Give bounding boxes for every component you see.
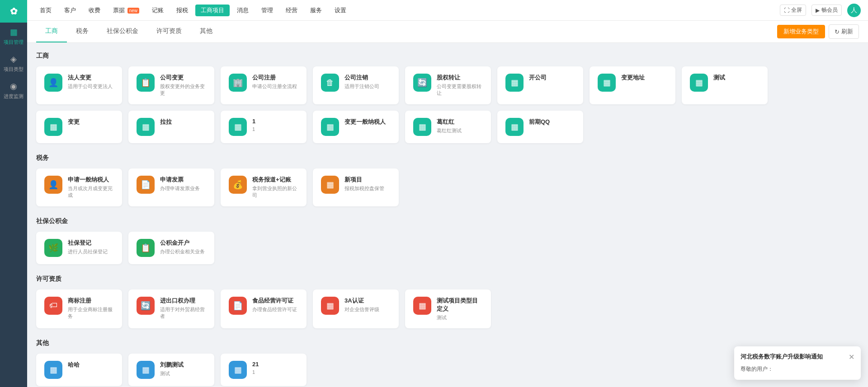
nav-tax[interactable]: 报税 — [171, 5, 193, 16]
card-preqq[interactable]: ▦ 前期QQ — [497, 111, 583, 143]
card-mohonghong[interactable]: ▦ 葛红红 葛红红测试 — [405, 111, 491, 143]
sidebar-item-progress[interactable]: ◉ 进度监测 — [0, 77, 27, 104]
card-name-liupengtest: 刘鹏测试 — [160, 361, 184, 369]
section-title-industrial: 工商 — [36, 52, 859, 60]
nav-bookkeeping[interactable]: 记账 — [146, 5, 169, 16]
card-haha[interactable]: ▦ 哈哈 — [36, 354, 122, 386]
card-icon-haha: ▦ — [44, 361, 62, 379]
card-desc-num21: 1 — [252, 369, 259, 376]
nav-settings[interactable]: 设置 — [329, 5, 352, 16]
card-desc-3a-cert: 对企业信誉评级 — [344, 306, 379, 313]
tab-other[interactable]: 其他 — [191, 21, 222, 42]
social-cards: 🌿 社保登记 进行人员社保登记 📋 公积金开户 办理公积金相关业务 — [36, 232, 859, 264]
nav-billing[interactable]: 收费 — [83, 5, 106, 16]
card-test-type[interactable]: ▦ 测试项目类型目定义 测试 — [405, 289, 491, 328]
sidebar-logo[interactable]: ✿ — [0, 0, 27, 23]
card-import-export[interactable]: 🔄 进出口权办理 适用于对外贸易经营者 — [128, 289, 214, 328]
sidebar-item-label: 项目类型 — [4, 66, 24, 73]
card-name-lala: 拉拉 — [160, 118, 172, 126]
card-food-license[interactable]: 📄 食品经营许可证 办理食品经营许可证 — [221, 289, 307, 328]
tab-industrial[interactable]: 工商 — [36, 21, 67, 42]
card-change-general[interactable]: ▦ 变更一般纳税人 — [313, 111, 399, 143]
card-icon-fund-account: 📋 — [137, 239, 155, 257]
card-desc-liupengtest: 测试 — [160, 370, 184, 377]
card-desc-import-export: 适用于对外贸易经营者 — [160, 306, 206, 320]
nav-industrial[interactable]: 工商项目 — [195, 5, 230, 16]
card-name-change-general: 变更一般纳税人 — [344, 118, 386, 126]
card-desc-new-project: 报税加税控盘保管 — [344, 185, 384, 192]
topnav: 首页 客户 收费 票据 new 记账 报税 工商项目 消息 管理 经营 服务 设… — [27, 0, 868, 21]
card-desc-num1: 1 — [252, 126, 255, 133]
card-lala[interactable]: ▦ 拉拉 — [128, 111, 214, 143]
card-social-register[interactable]: 🌿 社保登记 进行人员社保登记 — [36, 232, 122, 264]
card-name-legal-change: 法人变更 — [68, 74, 113, 82]
card-name-change-address: 变更地址 — [621, 74, 645, 82]
new-type-button[interactable]: 新增业务类型 — [777, 25, 825, 38]
section-title-other: 其他 — [36, 339, 859, 347]
nav-message[interactable]: 消息 — [231, 5, 254, 16]
nav-customer[interactable]: 客户 — [59, 5, 81, 16]
card-company-register[interactable]: 🏢 公司注册 申请公司注册全流程 — [221, 66, 307, 104]
card-icon-3a-cert: ▦ — [321, 297, 339, 315]
notif-body: 尊敬的用户： — [741, 365, 854, 373]
tab-social[interactable]: 社保公积金 — [98, 21, 147, 42]
card-equity-transfer[interactable]: 🔄 股权转让 公司变更需要股权转让 — [405, 66, 491, 104]
card-icon-equity-transfer: 🔄 — [413, 74, 431, 92]
notif-close-button[interactable]: ✕ — [849, 353, 854, 361]
refresh-button[interactable]: ↻ 刷新 — [829, 24, 859, 39]
sub-tabs: 工商 税务 社保公积金 许可资质 其他 新增业务类型 ↻ 刷新 — [27, 21, 868, 43]
nav-ticket[interactable]: 票据 new — [108, 5, 145, 16]
card-icon-legal-change: 👤 — [44, 74, 62, 92]
card-icon-change-address: ▦ — [598, 74, 616, 92]
card-icon-new-project: ▦ — [321, 176, 339, 194]
card-apply-general[interactable]: 👤 申请一般纳税人 当月或次月成变更完成 — [36, 168, 122, 206]
card-name-social-register: 社保登记 — [68, 239, 108, 247]
card-desc-test-type: 测试 — [437, 314, 483, 321]
card-tax-report[interactable]: 💰 税务报道+记账 拿到营业执照的新公司 — [221, 168, 307, 206]
card-icon-social-register: 🌿 — [44, 239, 62, 257]
card-num1[interactable]: ▦ 1 1 — [221, 111, 307, 143]
card-company-change[interactable]: 📋 公司变更 股权变更外的业务变更 — [128, 66, 214, 104]
section-title-tax: 税务 — [36, 154, 859, 162]
card-change2[interactable]: ▦ 变更 — [36, 111, 122, 143]
nav-operation[interactable]: 经营 — [280, 5, 303, 16]
card-desc-food-license: 办理食品经营许可证 — [252, 306, 297, 313]
member-btn[interactable]: ▶ 畅会员 — [811, 5, 842, 16]
card-change-address[interactable]: ▦ 变更地址 — [590, 66, 675, 104]
nav-service[interactable]: 服务 — [305, 5, 327, 16]
card-icon-tax-report: 💰 — [229, 176, 247, 194]
card-icon-mohonghong: ▦ — [413, 118, 431, 136]
card-icon-open-company: ▦ — [505, 74, 524, 92]
sidebar-item-project-type[interactable]: ◈ 项目类型 — [0, 50, 27, 77]
card-desc-company-cancel: 适用于注销公司 — [344, 83, 379, 90]
card-trademark[interactable]: 🏷 商标注册 用于企业商标注册服务 — [36, 289, 122, 328]
card-name-equity-transfer: 股权转让 — [437, 74, 483, 82]
card-icon-company-change: 📋 — [137, 74, 155, 92]
card-open-company[interactable]: ▦ 开公司 — [497, 66, 583, 104]
nav-manage[interactable]: 管理 — [256, 5, 278, 16]
card-company-cancel[interactable]: 🗑 公司注销 适用于注销公司 — [313, 66, 399, 104]
card-icon-change2: ▦ — [44, 118, 62, 136]
card-name-haha: 哈哈 — [68, 361, 80, 369]
card-num21[interactable]: ▦ 21 1 — [221, 354, 307, 386]
fullscreen-btn[interactable]: ⛶ 全屏 — [780, 5, 806, 16]
card-icon-liupengtest: ▦ — [137, 361, 155, 379]
card-3a-cert[interactable]: ▦ 3A认证 对企业信誉评级 — [313, 289, 399, 328]
card-new-project[interactable]: ▦ 新项目 报税加税控盘保管 — [313, 168, 399, 206]
tab-license[interactable]: 许可资质 — [147, 21, 191, 42]
project-mgmt-icon: ▦ — [10, 27, 18, 37]
avatar[interactable]: 人 — [847, 4, 861, 17]
sidebar-item-project-mgmt[interactable]: ▦ 项目管理 — [0, 23, 27, 50]
card-test1[interactable]: ▦ 测试 — [682, 66, 768, 104]
tab-tax[interactable]: 税务 — [67, 21, 98, 42]
card-liupengtest[interactable]: ▦ 刘鹏测试 测试 — [128, 354, 214, 386]
card-name-apply-general: 申请一般纳税人 — [68, 176, 114, 184]
card-desc-company-register: 申请公司注册全流程 — [252, 83, 297, 90]
card-name-apply-invoice: 申请发票 — [160, 176, 200, 184]
sidebar-item-label: 进度监测 — [4, 93, 24, 100]
ticket-badge: new — [127, 8, 139, 14]
card-legal-change[interactable]: 👤 法人变更 适用于公司变更法人 — [36, 66, 122, 104]
card-apply-invoice[interactable]: 📄 申请发票 办理申请发票业务 — [128, 168, 214, 206]
nav-home[interactable]: 首页 — [34, 5, 57, 16]
card-fund-account[interactable]: 📋 公积金开户 办理公积金相关业务 — [128, 232, 214, 264]
